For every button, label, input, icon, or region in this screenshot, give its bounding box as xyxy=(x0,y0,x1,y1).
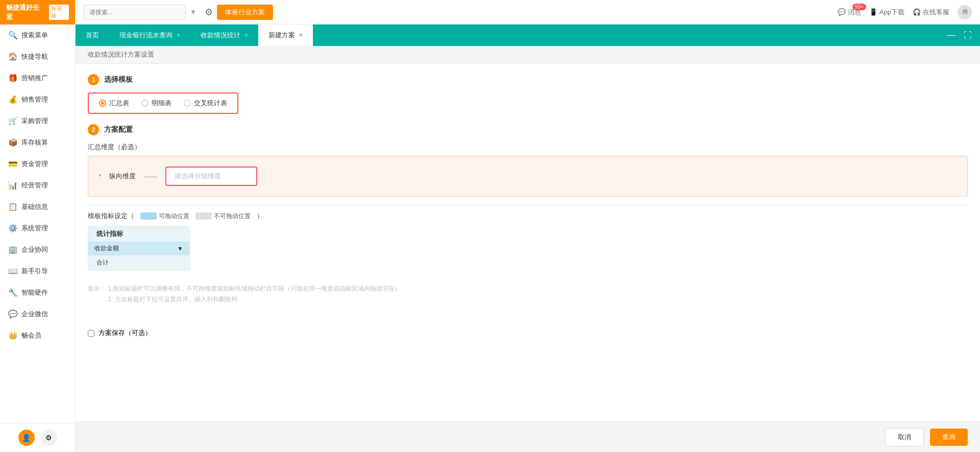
query-button[interactable]: 查询 xyxy=(930,429,968,446)
sidebar-item-operations[interactable]: 📊 经营管理 xyxy=(0,175,75,196)
user-avatar[interactable]: 用 xyxy=(958,5,972,19)
tab-bank-flow-close-icon[interactable]: × xyxy=(177,32,180,39)
dimension-area: * 纵向维度 —— 请选择分组维度 xyxy=(88,156,968,197)
navtab-actions: — ⛶ xyxy=(943,29,980,42)
indicator-table: 统计指标 收款金额 ▼ 合计 xyxy=(88,226,190,271)
save-plan-checkbox[interactable] xyxy=(88,330,94,337)
sidebar-item-label: 畅会员 xyxy=(21,331,41,340)
sidebar-item-guide[interactable]: 📖 新手引导 xyxy=(0,260,75,282)
dimension-select[interactable]: 请选择分组维度 xyxy=(165,166,257,186)
service-item[interactable]: 🎧 在线客服 xyxy=(913,8,949,17)
sidebar-item-smart-hw[interactable]: 🔧 智能硬件 xyxy=(0,282,75,303)
page-title: 收款情况统计方案设置 xyxy=(88,51,154,58)
footer: 取消 查询 xyxy=(76,421,980,452)
radio-summary-label: 汇总表 xyxy=(109,99,129,108)
indicator-table-header: 统计指标 xyxy=(88,226,189,242)
sidebar-item-label: 新手引导 xyxy=(21,267,48,276)
download-label: App下载 xyxy=(879,8,904,17)
sidebar-item-inventory[interactable]: 📦 库存核算 xyxy=(0,132,75,153)
sidebar-item-quick-nav[interactable]: 🏠 快捷导航 xyxy=(0,46,75,67)
sidebar-item-label: 基础信息 xyxy=(21,202,48,211)
download-icon: 📱 xyxy=(869,8,877,16)
tab-home[interactable]: 首页 xyxy=(76,25,109,46)
legend-draggable-dot xyxy=(140,212,157,220)
form-area: 1 选择模板 汇总表 明细表 交叉统计表 xyxy=(76,64,980,354)
sidebar-item-label: 营销推广 xyxy=(21,74,48,83)
cancel-button[interactable]: 取消 xyxy=(885,428,924,446)
inventory-icon: 📦 xyxy=(8,138,17,147)
section-2: 2 方案配置 汇总维度（必选） * 纵向维度 —— 请选择分组维度 xyxy=(88,124,968,312)
gear-icon[interactable]: ⚙ xyxy=(205,7,213,18)
logo-badge: 标准版 xyxy=(49,5,69,20)
indicator-header: 模板指标设定（ 可拖动位置 不可拖动位置 ） xyxy=(88,211,968,221)
sidebar-item-search-menu[interactable]: 🔍 搜索菜单 xyxy=(0,25,75,46)
sidebar-bottom-icon-2[interactable]: ⚙ xyxy=(41,430,57,446)
sidebar-item-label: 系统管理 xyxy=(21,224,48,233)
notification-item[interactable]: 💬 消息 99+ xyxy=(838,8,861,17)
radio-cross-label: 交叉统计表 xyxy=(194,99,227,108)
minimize-btn[interactable]: — xyxy=(943,29,960,42)
service-label: 在线客服 xyxy=(923,8,949,17)
tab-collection-stat-close-icon[interactable]: × xyxy=(244,32,248,39)
radio-summary[interactable]: 汇总表 xyxy=(99,99,129,108)
operations-icon: 📊 xyxy=(8,181,17,190)
sidebar-item-enterprise[interactable]: 🏢 企业协同 xyxy=(0,239,75,260)
home-icon: 🏠 xyxy=(8,52,17,61)
legend-draggable: 可拖动位置 xyxy=(140,212,189,221)
wechat-icon: 💬 xyxy=(8,310,17,319)
indicator-subtag-total[interactable]: 合计 xyxy=(88,255,189,270)
enterprise-icon: 🏢 xyxy=(8,245,17,254)
required-mark: * xyxy=(99,173,101,180)
radio-cross-dot xyxy=(184,100,191,107)
radio-summary-dot xyxy=(99,100,106,107)
tip-2: 2. 点击标题栏下拉可设置排序、插入列和删除列 xyxy=(88,295,968,304)
service-icon: 🎧 xyxy=(913,8,921,16)
notification-badge: 99+ xyxy=(852,4,866,10)
sidebar-item-basic-info[interactable]: 📋 基础信息 xyxy=(0,196,75,218)
expand-btn[interactable]: ⛶ xyxy=(960,29,976,42)
sidebar-bottom-icon-1[interactable]: 👤 xyxy=(18,430,35,446)
radio-detail-dot xyxy=(141,100,149,107)
sidebar-item-capital[interactable]: 💳 资金管理 xyxy=(0,153,75,175)
notification-icon: 💬 xyxy=(838,8,846,16)
section1-title: 选择模板 xyxy=(104,75,133,84)
sidebar-item-member[interactable]: 👑 畅会员 xyxy=(0,325,75,346)
sidebar-item-purchase[interactable]: 🛒 采购管理 xyxy=(0,110,75,132)
dimension-placeholder: 请选择分组维度 xyxy=(175,172,221,180)
hardware-icon: 🔧 xyxy=(8,288,17,297)
radio-cross[interactable]: 交叉统计表 xyxy=(184,99,227,108)
guide-icon: 📖 xyxy=(8,267,17,276)
sidebar-item-system[interactable]: ⚙️ 系统管理 xyxy=(0,218,75,239)
search-input[interactable] xyxy=(84,5,186,20)
tab-new-plan[interactable]: 新建方案 × xyxy=(258,25,313,46)
purchase-icon: 🛒 xyxy=(8,116,17,126)
sidebar-item-sales[interactable]: 💰 销售管理 xyxy=(0,89,75,110)
sidebar-item-label: 销售管理 xyxy=(21,95,48,104)
tab-bank-flow[interactable]: 现金银行流水查询 × xyxy=(109,25,190,46)
sidebar-item-label: 库存核算 xyxy=(21,138,48,147)
tag-amount-label: 收款金额 xyxy=(94,244,119,253)
indicator-section: 模板指标设定（ 可拖动位置 不可拖动位置 ） xyxy=(88,211,968,272)
industry-btn[interactable]: 体验行业方案 xyxy=(217,5,273,20)
sales-icon: 💰 xyxy=(8,95,17,104)
template-selector: 汇总表 明细表 交叉统计表 xyxy=(88,92,238,114)
indicator-tag-amount[interactable]: 收款金额 ▼ xyxy=(88,242,189,255)
sidebar-item-label: 搜索菜单 xyxy=(21,31,48,40)
legend-fixed-dot xyxy=(195,212,212,220)
system-icon: ⚙️ xyxy=(8,224,17,233)
sidebar-item-wechat[interactable]: 💬 企业微信 xyxy=(0,303,75,325)
sidebar-item-label: 智能硬件 xyxy=(21,288,48,297)
sidebar-item-marketing[interactable]: 🎁 营销推广 xyxy=(0,67,75,89)
tab-new-plan-close-icon[interactable]: × xyxy=(299,32,303,39)
radio-detail-label: 明细表 xyxy=(152,99,172,108)
dimension-title-row: 汇总维度（必选） xyxy=(88,142,968,152)
tab-collection-stat-label: 收款情况统计 xyxy=(201,31,240,40)
tab-collection-stat[interactable]: 收款情况统计 × xyxy=(190,25,258,46)
sidebar-item-label: 企业协同 xyxy=(21,245,48,254)
dropdown-arrow-icon[interactable]: ▼ xyxy=(190,8,197,16)
dimension-row-label: 纵向维度 xyxy=(109,172,136,181)
radio-detail[interactable]: 明细表 xyxy=(141,99,172,108)
download-item[interactable]: 📱 App下载 xyxy=(869,8,904,17)
tab-home-label: 首页 xyxy=(86,31,99,40)
tips-area: 提示： 1.拖动标题栏可以调整布局，不可跨维度或指标区域拖动栏目字段（只能在同一… xyxy=(88,278,968,312)
